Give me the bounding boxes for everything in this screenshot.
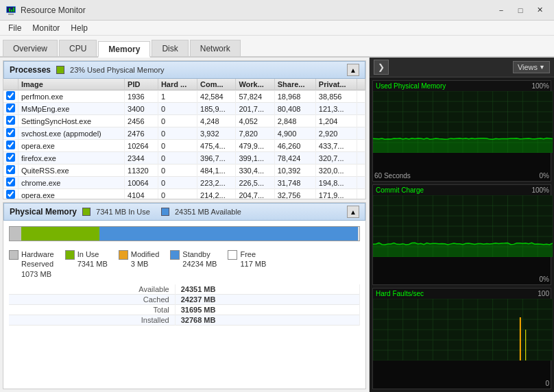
row-pid: 1936 xyxy=(125,90,158,103)
row-pid: 4104 xyxy=(125,189,158,199)
chart-used-memory: Used Physical Memory 100% 60 Seconds 0% xyxy=(372,80,551,182)
row-private: 320,7... xyxy=(315,152,357,164)
window-controls: − □ ✕ xyxy=(492,3,549,17)
row-checkbox[interactable] xyxy=(3,103,19,115)
processes-section: Processes 23% Used Physical Memory ▲ Ima… xyxy=(3,60,366,199)
chart-used-memory-top-label: 100% xyxy=(531,82,549,90)
processes-expand-button[interactable]: ▲ xyxy=(347,64,359,76)
nav-back-button[interactable]: ❯ xyxy=(374,60,389,75)
svg-rect-1 xyxy=(8,14,14,15)
svg-rect-4 xyxy=(11,10,12,12)
memory-bar-container xyxy=(3,221,365,247)
views-button[interactable]: Views ▼ xyxy=(513,61,550,73)
tab-disk[interactable]: Disk xyxy=(152,40,188,56)
legend-inuse-color xyxy=(65,250,75,260)
row-share: 2,848 xyxy=(274,115,315,127)
row-checkbox[interactable] xyxy=(3,152,19,164)
processes-indicator-text: 23% Used Physical Memory xyxy=(70,66,165,74)
views-dropdown-icon: ▼ xyxy=(539,64,545,71)
row-checkbox[interactable] xyxy=(3,164,19,177)
process-checkbox[interactable] xyxy=(6,140,15,149)
right-panel-header: ❯ Views ▼ xyxy=(370,58,554,77)
row-commit: 4,248 xyxy=(197,115,236,127)
row-private: 171,9... xyxy=(315,189,357,199)
row-pid: 2476 xyxy=(125,127,158,140)
processes-header[interactable]: Processes 23% Used Physical Memory ▲ xyxy=(3,61,365,79)
process-checkbox[interactable] xyxy=(6,165,15,174)
table-row: MsMpEng.exe 3400 0 185,9... 201,7... 80,… xyxy=(3,103,365,115)
process-checkbox[interactable] xyxy=(6,91,15,100)
tab-overview[interactable]: Overview xyxy=(3,40,58,56)
row-checkbox[interactable] xyxy=(3,189,19,199)
process-checkbox[interactable] xyxy=(6,177,15,186)
svg-rect-5 xyxy=(13,8,14,12)
row-scroll-cell xyxy=(357,140,365,152)
chart-commit-bottom-label: 0% xyxy=(540,275,549,283)
tab-cpu[interactable]: CPU xyxy=(59,40,97,56)
row-working: 4,052 xyxy=(236,115,274,127)
table-row: opera.exe 10264 0 475,4... 479,9... 46,2… xyxy=(3,140,365,152)
row-hard: 0 xyxy=(158,189,197,199)
row-hard: 0 xyxy=(158,152,197,164)
tab-memory[interactable]: Memory xyxy=(98,41,150,58)
stat-installed-value: 32768 MB xyxy=(175,315,359,325)
row-scroll-cell xyxy=(357,152,365,164)
tab-bar: Overview CPU Memory Disk Network xyxy=(0,36,554,58)
bar-free xyxy=(358,227,359,241)
legend-free-text: Free117 MB xyxy=(240,249,266,269)
row-share: 18,968 xyxy=(274,90,315,103)
row-working: 226,5... xyxy=(236,177,274,189)
menu-monitor[interactable]: Monitor xyxy=(27,22,65,34)
chart-hard-faults-title: Hard Faults/sec xyxy=(373,289,551,299)
chart-60sec-label: 60 Seconds xyxy=(374,172,411,180)
process-checkbox[interactable] xyxy=(6,116,15,125)
row-working: 399,1... xyxy=(236,152,274,164)
row-checkbox[interactable] xyxy=(3,177,19,189)
process-checkbox[interactable] xyxy=(6,153,15,162)
menu-help[interactable]: Help xyxy=(65,22,93,34)
legend-free: Free117 MB xyxy=(228,249,266,279)
physical-memory-header[interactable]: Physical Memory 7341 MB In Use 24351 MB … xyxy=(3,203,365,221)
row-scroll-cell xyxy=(357,189,365,199)
process-checkbox[interactable] xyxy=(6,190,15,199)
app-icon xyxy=(5,5,16,16)
row-checkbox[interactable] xyxy=(3,90,19,103)
row-share: 31,748 xyxy=(274,177,315,189)
row-scroll-cell xyxy=(357,115,365,127)
maximize-button[interactable]: □ xyxy=(511,3,529,17)
chart-hard-faults-bottom-label: 0 xyxy=(545,380,549,387)
main-content: Processes 23% Used Physical Memory ▲ Ima… xyxy=(0,58,554,392)
stat-available-value: 24351 MB xyxy=(175,284,359,295)
available-color-dot xyxy=(161,208,169,216)
process-checkbox[interactable] xyxy=(6,128,15,137)
legend-inuse-text: In Use7341 MB xyxy=(77,249,108,269)
bar-standby xyxy=(99,227,358,241)
legend-standby: Standby24234 MB xyxy=(170,249,217,279)
process-table: Image PID Hard ... Com... Work... Share.… xyxy=(3,79,365,199)
stat-installed: Installed 32768 MB xyxy=(9,315,360,325)
process-checkbox[interactable] xyxy=(6,103,15,112)
row-checkbox[interactable] xyxy=(3,140,19,152)
row-pid: 10264 xyxy=(125,140,158,152)
tab-network[interactable]: Network xyxy=(190,40,241,56)
row-checkbox[interactable] xyxy=(3,127,19,140)
bar-hardware xyxy=(10,227,21,241)
row-hard: 0 xyxy=(158,115,197,127)
chart-commit-title: Commit Charge xyxy=(373,185,551,195)
row-private: 433,7... xyxy=(315,140,357,152)
minimize-button[interactable]: − xyxy=(492,3,510,17)
row-checkbox[interactable] xyxy=(3,115,19,127)
legend-standby-color xyxy=(170,250,180,260)
menu-file[interactable]: File xyxy=(3,22,27,34)
row-private: 194,8... xyxy=(315,177,357,189)
memory-expand-button[interactable]: ▲ xyxy=(347,206,359,218)
row-commit: 223,2... xyxy=(197,177,236,189)
stat-available-label: Available xyxy=(9,284,175,295)
close-button[interactable]: ✕ xyxy=(531,3,549,17)
row-pid: 10064 xyxy=(125,177,158,189)
left-panel: Processes 23% Used Physical Memory ▲ Ima… xyxy=(0,58,369,392)
menu-bar: File Monitor Help xyxy=(0,21,554,36)
table-row: firefox.exe 2344 0 396,7... 399,1... 78,… xyxy=(3,152,365,164)
memory-stats-table: Available 24351 MB Cached 24237 MB Total… xyxy=(9,284,360,326)
inuse-label: 7341 MB In Use xyxy=(96,208,150,216)
